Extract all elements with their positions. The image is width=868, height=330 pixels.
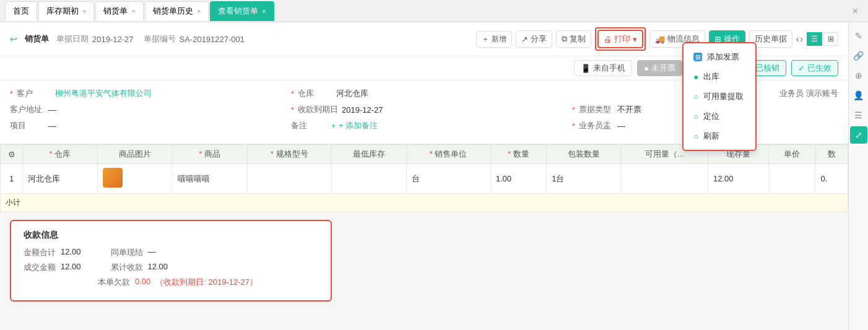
tab-inventory-init-close[interactable]: × xyxy=(82,7,86,15)
doc-type-icon: ↩ xyxy=(10,34,17,44)
list-view-button[interactable]: ☰ xyxy=(807,32,822,46)
table-row: 1 河北仓库 嘻嘻嘻嘻 台 1.00 1台 12.00 xyxy=(1,164,848,194)
share-button[interactable]: ↗ 分享 xyxy=(516,30,552,48)
th-spec: * 规格型号 xyxy=(247,145,331,164)
phone-icon: 📱 xyxy=(581,64,591,73)
address-value: — xyxy=(48,105,56,115)
outbound-item[interactable]: ● 出库 xyxy=(684,67,755,87)
sidebar-expand-icon[interactable]: ⤢ xyxy=(850,126,867,144)
new-button[interactable]: ＋ 新增 xyxy=(476,31,511,48)
sidebar-zoom-icon[interactable]: ⊕ xyxy=(850,67,867,84)
warehouse-field: * 仓库 河北仓库 xyxy=(291,88,557,99)
total-amount-label: 金额合计 xyxy=(24,247,56,258)
tab-home[interactable]: 首页 xyxy=(5,1,37,21)
print-icon: 🖨 xyxy=(604,35,612,44)
row-amount: 0. xyxy=(815,164,848,194)
effective-button[interactable]: ✓ 已生效 xyxy=(791,60,838,76)
th-warehouse: * 仓库 xyxy=(23,145,98,164)
row-package-qty: 1台 xyxy=(547,164,622,194)
payment-title: 收款信息 xyxy=(24,230,318,241)
payment-box: 收款信息 金额合计 12.00 同单现结 — 成交金额 12.00 累计收款 xyxy=(10,220,332,302)
staff-label: 业务员 xyxy=(779,89,804,98)
operations-dropdown: ⊞ 添加发票 ● 出库 ○ 可用量提取 ○ 定位 ○ 刷新 xyxy=(682,42,757,151)
add-invoice-icon: ⊞ xyxy=(693,53,702,61)
due-date-value: 2019-12-27 xyxy=(342,105,383,115)
due-date-field: * 收款到期日 2019-12-27 xyxy=(291,104,557,115)
available-qty-label: 可用量提取 xyxy=(703,91,744,102)
subtotal-label: 小计 xyxy=(1,194,848,212)
transaction-label: 成交金额 xyxy=(24,262,56,273)
product-table: ⚙ * 仓库 商品图片 * 商品 * 规格型号 最低库存 * 销售单位 * 数量… xyxy=(0,144,848,212)
copy-icon: ⧉ xyxy=(562,34,567,44)
tab-sales-order-label: 销货单 xyxy=(103,6,128,17)
print-button[interactable]: 🖨 打印 ▾ xyxy=(597,30,643,48)
project-value: — xyxy=(48,121,56,131)
due-note: （收款到期日: 2019-12-27） xyxy=(155,277,258,288)
staff2-value: — xyxy=(617,121,625,131)
doc-number-field: 单据编号 SA-20191227-001 xyxy=(144,33,245,45)
tab-view-sales-close[interactable]: × xyxy=(262,7,266,15)
doc-date-label: 单据日期 xyxy=(56,33,89,45)
subtotal-row: 小计 xyxy=(1,194,848,212)
effective-label: 已生效 xyxy=(807,63,831,74)
owed-item: 本单欠款 0.00 （收款到期日: 2019-12-27） xyxy=(98,277,258,288)
tab-sales-order[interactable]: 销货单 × xyxy=(95,1,143,21)
logistics-icon: 🚚 xyxy=(655,35,665,44)
staff-value: 演示账号 xyxy=(806,89,838,98)
payment-row-2: 成交金额 12.00 累计收款 12.00 xyxy=(24,262,318,273)
th-unit: * 销售单位 xyxy=(406,145,490,164)
grid-view-button[interactable]: ⊞ xyxy=(823,32,838,46)
th-amount: 数 xyxy=(815,145,848,164)
row-available xyxy=(622,164,708,194)
available-qty-item[interactable]: ○ 可用量提取 xyxy=(684,87,755,106)
due-date-required: * xyxy=(291,105,294,115)
project-field: 项目 — xyxy=(10,120,276,131)
address-label: 客户地址 xyxy=(10,104,45,115)
warehouse-value: 河北仓库 xyxy=(336,88,368,99)
add-invoice-item[interactable]: ⊞ 添加发票 xyxy=(684,47,755,67)
row-unit-price xyxy=(769,164,815,194)
tab-sales-order-close[interactable]: × xyxy=(131,7,135,15)
tab-inventory-init[interactable]: 库存期初 × xyxy=(38,1,94,21)
note-field: 备注 ＋ + 添加备注 xyxy=(291,120,557,131)
doc-type-label: 销货单 xyxy=(25,33,49,45)
from-phone-button[interactable]: 📱 来自手机 xyxy=(574,60,632,76)
row-product-img xyxy=(97,164,172,194)
not-open-icon: ● xyxy=(644,64,649,73)
row-product: 嘻嘻嘻嘻 xyxy=(172,164,247,194)
customer-value[interactable]: 柳州粤港平安气体有限公司 xyxy=(55,88,152,99)
row-current-stock: 12.00 xyxy=(708,164,768,194)
warehouse-required: * xyxy=(291,89,294,98)
sidebar-link-icon[interactable]: 🔗 xyxy=(850,47,867,64)
row-unit: 台 xyxy=(406,164,490,194)
staff2-label: 业务员盂 xyxy=(579,120,614,131)
refresh-item[interactable]: ○ 刷新 xyxy=(684,126,755,146)
product-thumbnail xyxy=(103,168,123,188)
sidebar-user-icon[interactable]: 👤 xyxy=(850,87,867,104)
cumulative-value: 12.00 xyxy=(148,262,168,273)
doc-date-field: 单据日期 2019-12-27 xyxy=(56,33,134,45)
sidebar-edit-icon[interactable]: ✎ xyxy=(850,27,867,45)
not-open-button[interactable]: ● 未开票 xyxy=(637,60,682,76)
prev-arrow[interactable]: ‹ xyxy=(796,34,799,44)
window-close-button[interactable]: × xyxy=(848,3,863,19)
owed-label: 本单欠款 xyxy=(98,277,130,288)
customer-label: 客户 xyxy=(17,88,51,99)
copy-button[interactable]: ⧉ 复制 xyxy=(556,30,591,48)
tab-sales-history[interactable]: 销货单历史 × xyxy=(145,1,209,21)
cumulative-label: 累计收款 xyxy=(111,262,143,273)
add-note-button[interactable]: ＋ + 添加备注 xyxy=(329,120,378,131)
row-warehouse: 河北仓库 xyxy=(23,164,98,194)
same-order-label: 同单现结 xyxy=(111,247,143,258)
ticket-type-required: * xyxy=(572,105,575,115)
tab-sales-history-close[interactable]: × xyxy=(197,7,201,15)
tab-view-sales[interactable]: 查看销货单 × xyxy=(210,1,274,21)
locate-item[interactable]: ○ 定位 xyxy=(684,106,755,126)
th-min-stock: 最低库存 xyxy=(331,145,406,164)
sidebar-list-icon[interactable]: ☰ xyxy=(850,106,867,124)
outbound-label: 出库 xyxy=(703,71,719,82)
customer-field: * 客户 柳州粤港平安气体有限公司 xyxy=(10,88,276,99)
next-arrow[interactable]: › xyxy=(800,34,803,44)
share-icon: ↗ xyxy=(521,35,528,44)
total-amount-item: 金额合计 12.00 xyxy=(24,247,81,258)
